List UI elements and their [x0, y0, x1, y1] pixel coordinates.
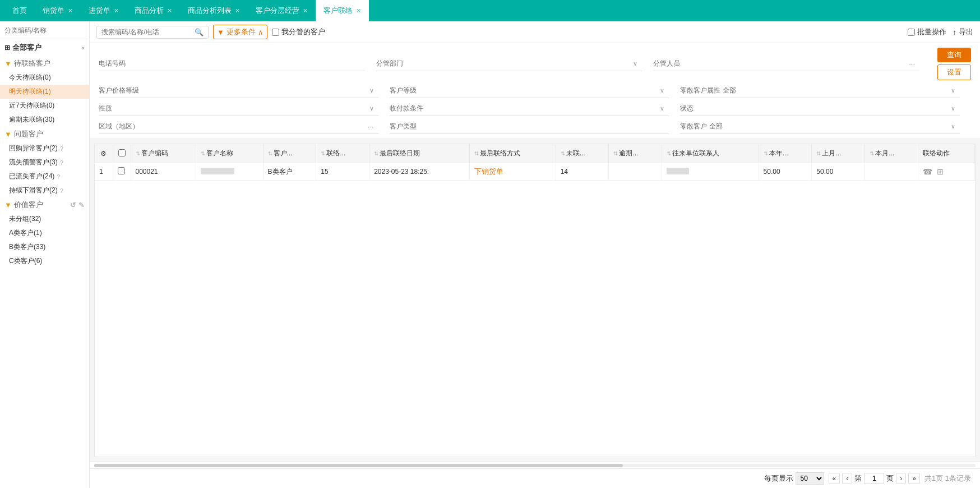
scrollbar-thumb[interactable]: [94, 464, 623, 467]
my-customer-toggle[interactable]: 我分管的客户: [272, 27, 325, 37]
sidebar-item-declining[interactable]: 持续下滑客户(2) ?: [0, 183, 89, 197]
close-analysis-list-icon[interactable]: ✕: [235, 7, 240, 15]
sort-method-icon[interactable]: ⇅: [474, 150, 479, 156]
nav-item-purchase[interactable]: 进货单 ✕: [81, 0, 127, 21]
help-declining-icon: ?: [60, 187, 63, 194]
sidebar-item-today[interactable]: 今天待联络(0): [0, 71, 89, 85]
edit-value-icon[interactable]: ✎: [78, 201, 85, 209]
sidebar-item-class-b[interactable]: B类客户(33): [0, 240, 89, 254]
sort-overdue-icon[interactable]: ⇅: [613, 150, 618, 156]
nav-item-customer-contact[interactable]: 客户联络 ✕: [316, 0, 369, 21]
filter-retail-arrow-icon[interactable]: ∨: [951, 123, 955, 130]
filter-region-label: 区域（地区）: [99, 122, 139, 131]
sidebar-search-container: 🔍: [0, 21, 89, 39]
batch-checkbox[interactable]: [908, 29, 915, 36]
sort-contact-icon[interactable]: ⇅: [321, 150, 325, 156]
th-last-month: ⇅上月...: [812, 144, 865, 163]
horizontal-scrollbar[interactable]: [90, 462, 980, 468]
refresh-value-icon[interactable]: ↺: [70, 201, 76, 209]
query-button[interactable]: 查询: [937, 48, 971, 62]
toolbar: 🔍 ▼ 更多条件 ∧ 我分管的客户 批量操作 ↑: [90, 21, 980, 43]
sort-month-icon[interactable]: ⇅: [870, 150, 874, 156]
sidebar-item-churned[interactable]: 已流失客户(24) ?: [0, 169, 89, 183]
reset-button[interactable]: 设置: [937, 65, 971, 80]
filter-customer-grade-arrow-icon[interactable]: ∨: [660, 87, 664, 94]
next-page-button[interactable]: ›: [896, 473, 906, 484]
close-analysis-icon[interactable]: ✕: [167, 7, 172, 15]
sidebar-item-overdue[interactable]: 逾期未联络(30): [0, 113, 89, 127]
filter-panel: 电话号码 分管部门 ∨ 分管人员 ··· 查询: [90, 43, 980, 139]
sidebar-item-class-a[interactable]: A类客户(1): [0, 226, 89, 240]
last-page-button[interactable]: »: [908, 473, 920, 484]
nav-item-analysis[interactable]: 商品分析 ✕: [127, 0, 180, 21]
filter-person-dots-icon[interactable]: ···: [909, 59, 915, 68]
sidebar-search-input[interactable]: [4, 26, 89, 34]
problem-tri-icon: ▼: [4, 130, 12, 139]
td-last-month: 50.00: [812, 163, 865, 181]
first-page-button[interactable]: «: [829, 473, 840, 484]
close-customer-tier-icon[interactable]: ✕: [303, 7, 308, 15]
filter-status-arrow-icon[interactable]: ∨: [951, 105, 955, 112]
filter-price-grade-arrow-icon[interactable]: ∨: [369, 87, 374, 94]
sort-uncontacted-icon[interactable]: ⇅: [561, 150, 565, 156]
filter-retail-attr-label: 零散客户属性 全部: [680, 86, 736, 95]
nav-item-sales[interactable]: 销货单 ✕: [35, 0, 81, 21]
action-icons-container: ☎ ⊞: [923, 167, 970, 176]
nav-item-home[interactable]: 首页: [4, 0, 35, 21]
sidebar-item-churning[interactable]: 流失预警客户(3) ?: [0, 155, 89, 169]
close-purchase-icon[interactable]: ✕: [114, 7, 119, 15]
search-input[interactable]: [101, 28, 195, 36]
batch-label: 批量操作: [917, 27, 946, 37]
filter-dept-arrow-icon[interactable]: ∨: [633, 60, 637, 67]
select-all-checkbox[interactable]: [118, 149, 126, 156]
last-contact-method-link[interactable]: 下销货单: [474, 167, 503, 176]
page-number-input[interactable]: [864, 473, 884, 484]
filter-arrow-icon: ∧: [258, 28, 264, 36]
sort-name-icon[interactable]: ⇅: [201, 150, 205, 156]
sidebar-item-ungrouped[interactable]: 未分组(32): [0, 212, 89, 226]
per-page-select[interactable]: 50 100 200: [796, 472, 824, 485]
close-sales-icon[interactable]: ✕: [68, 7, 73, 15]
prev-page-button[interactable]: ‹: [842, 473, 852, 484]
sidebar-item-abnormal[interactable]: 回购异常客户(2) ?: [0, 141, 89, 155]
sidebar-item-tomorrow[interactable]: 明天待联络(1): [0, 85, 89, 99]
filter-payment-arrow-icon[interactable]: ∨: [660, 105, 664, 112]
sidebar-item-class-c[interactable]: C类客户(6): [0, 254, 89, 268]
sort-last-month-icon[interactable]: ⇅: [816, 150, 821, 156]
content-area: 🔍 ▼ 更多条件 ∧ 我分管的客户 批量操作 ↑: [90, 21, 980, 488]
filter-retail-label: 零散客户 全部: [680, 122, 722, 131]
phone-action-icon[interactable]: ☎: [923, 167, 932, 176]
th-contact-person: ⇅往来单位联系人: [662, 144, 759, 163]
grid-action-icon[interactable]: ⊞: [937, 167, 944, 176]
batch-operations-button[interactable]: 批量操作: [908, 27, 946, 37]
th-settings[interactable]: ⚙: [95, 144, 113, 163]
my-customer-label: 我分管的客户: [281, 27, 325, 37]
nav-item-analysis-list[interactable]: 商品分析列表 ✕: [180, 0, 248, 21]
problem-customer-section: ▼ 问题客户: [0, 127, 89, 141]
row-checkbox[interactable]: [118, 167, 125, 174]
sort-year-icon[interactable]: ⇅: [764, 150, 768, 156]
my-customer-checkbox[interactable]: [272, 29, 279, 36]
filter-retail-attr-arrow-icon[interactable]: ∨: [951, 87, 955, 94]
filter-retail: 零散客户 全部 ∨: [680, 119, 960, 134]
all-customers-header[interactable]: ⊞ 全部客户 «: [0, 39, 89, 56]
sort-date-icon[interactable]: ⇅: [374, 150, 378, 156]
td-checkbox: [113, 163, 131, 181]
sort-type-icon[interactable]: ⇅: [268, 150, 272, 156]
sort-person-icon[interactable]: ⇅: [667, 150, 671, 156]
nav-item-customer-tier[interactable]: 客户分层经营 ✕: [248, 0, 316, 21]
td-name: [196, 163, 264, 181]
filter-phone: 电话号码: [99, 57, 365, 71]
sidebar-item-7days[interactable]: 近7天待联络(0): [0, 99, 89, 113]
export-button[interactable]: ↑ 导出: [953, 27, 974, 37]
filter-nature-arrow-icon[interactable]: ∨: [369, 105, 374, 112]
th-this-year: ⇅本年...: [759, 144, 812, 163]
close-customer-contact-icon[interactable]: ✕: [356, 7, 361, 15]
filter-button[interactable]: ▼ 更多条件 ∧: [213, 25, 267, 39]
search-icon[interactable]: 🔍: [195, 28, 204, 36]
collapse-icon[interactable]: «: [81, 44, 85, 51]
contact-person-masked: [667, 168, 689, 174]
th-name: ⇅客户名称: [196, 144, 264, 163]
filter-region-dots-icon[interactable]: ···: [368, 122, 374, 131]
sort-code-icon[interactable]: ⇅: [136, 150, 140, 156]
